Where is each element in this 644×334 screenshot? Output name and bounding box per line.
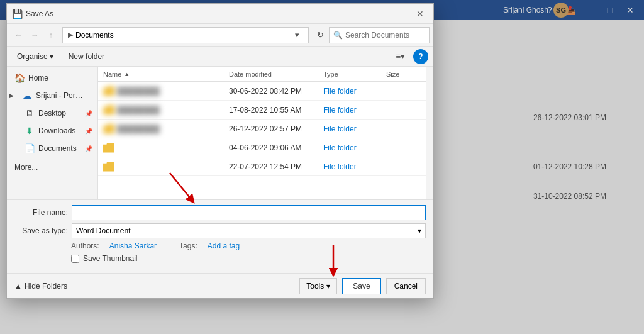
meta-row: Authors: Anisha Sarkar Tags: Add a tag [14, 242, 426, 250]
address-bar[interactable]: ▶ Documents ▾ [62, 27, 309, 43]
tools-label: Tools [306, 282, 324, 291]
nav-back-button[interactable]: ← [11, 28, 26, 43]
dialog-close-button[interactable]: ✕ [412, 6, 428, 22]
sidebar-home-label: Home [28, 74, 48, 82]
sidebar-more-button[interactable]: More... [7, 160, 97, 175]
sidebar-desktop-label: Desktop [38, 109, 66, 118]
svg-line-1 [170, 173, 192, 200]
address-dropdown-button[interactable]: ▾ [291, 28, 303, 43]
red-arrow-1 [164, 170, 201, 208]
expand-icon: ▶ [9, 92, 18, 99]
file-name-cell: ████████ [98, 105, 224, 115]
file-date-cell: 04-06-2022 09:06 AM [224, 143, 318, 152]
file-name-cell: ████████ [98, 124, 224, 134]
folder-icon [103, 86, 114, 96]
thumbnail-label[interactable]: Save Thumbnail [83, 254, 138, 263]
new-folder-label: New folder [69, 52, 104, 61]
footer-right: Tools ▾ Save Cancel [299, 278, 426, 294]
save-button[interactable]: Save [342, 278, 380, 294]
cloud-icon: ☁ [22, 91, 32, 101]
header-date: Date modified [224, 70, 318, 78]
help-button[interactable]: ? [413, 49, 428, 64]
savetype-row: Save as type: Word Document ▾ [14, 223, 426, 238]
header-size: Size [381, 70, 419, 78]
file-date-cell: 17-08-2022 10:55 AM [224, 106, 318, 114]
scrollbar[interactable] [426, 67, 433, 199]
dialog-title-icon: 💾 [12, 9, 22, 19]
savetype-select[interactable]: Word Document ▾ [72, 223, 426, 238]
file-type-cell: File folder [318, 87, 381, 96]
folder-icon [103, 143, 114, 153]
dialog-main: 🏠 Home ▶ ☁ Srijani - Persona 🖥 Desktop 📌… [7, 67, 433, 199]
table-row[interactable]: 04-06-2022 09:06 AMFile folder [98, 138, 426, 157]
file-date-cell: 26-12-2022 02:57 PM [224, 125, 318, 133]
thumbnail-row: Save Thumbnail [14, 254, 426, 263]
tags-value[interactable]: Add a tag [208, 242, 240, 250]
documents-icon: 📄 [25, 143, 35, 153]
table-row[interactable]: ████████30-06-2022 08:42 PMFile folder [98, 82, 426, 101]
file-rows-container: ████████30-06-2022 08:42 PMFile folder██… [98, 82, 426, 176]
nav-up-button[interactable]: ↑ [43, 28, 58, 43]
savetype-dropdown-icon: ▾ [418, 226, 421, 235]
dialog-toolbar: Organise ▾ New folder ≡ ▾ ? [7, 47, 433, 67]
dialog-footer: ▲ Hide Folders Tools ▾ Save Cancel [7, 273, 433, 298]
file-list-header: Name ▲ Date modified Type Size [98, 67, 426, 82]
downloads-icon: ⬇ [25, 126, 35, 136]
folder-icon [103, 162, 114, 172]
thumbnail-checkbox[interactable] [71, 255, 79, 263]
red-arrow-2 [321, 242, 346, 277]
filename-label: File name: [14, 208, 68, 217]
dialog-title-text: Save As [26, 9, 412, 18]
view-arrow: ▾ [401, 52, 405, 61]
search-icon: 🔍 [333, 31, 343, 40]
address-bar-icon: ▶ [68, 31, 73, 39]
header-name: Name ▲ [98, 70, 224, 78]
sidebar-item-home[interactable]: 🏠 Home [7, 69, 97, 87]
organise-arrow: ▾ [50, 52, 53, 61]
table-row[interactable]: 22-07-2022 12:54 PMFile folder [98, 157, 426, 176]
sidebar-item-srijani[interactable]: ▶ ☁ Srijani - Persona [7, 87, 97, 104]
hide-folders-icon: ▲ [14, 282, 22, 291]
file-type-cell: File folder [318, 106, 381, 114]
organise-button[interactable]: Organise ▾ [12, 49, 58, 64]
table-row[interactable]: ████████17-08-2022 10:55 AMFile folder [98, 101, 426, 120]
more-label: More... [14, 163, 38, 172]
dialog-navbar: ← → ↑ ▶ Documents ▾ ↻ 🔍 [7, 24, 433, 47]
view-icon: ≡ [396, 52, 401, 61]
folder-icon [103, 105, 114, 115]
authors-label: Authors: [71, 242, 99, 250]
sidebar-item-desktop[interactable]: 🖥 Desktop 📌 [7, 104, 97, 122]
sidebar-item-downloads[interactable]: ⬇ Downloads 📌 [7, 122, 97, 140]
home-icon: 🏠 [14, 73, 25, 83]
desktop-pin-icon: 📌 [85, 110, 92, 117]
desktop-icon: 🖥 [25, 108, 35, 118]
authors-value[interactable]: Anisha Sarkar [109, 242, 157, 250]
file-date-cell: 22-07-2022 12:54 PM [224, 162, 318, 171]
documents-pin-icon: 📌 [85, 145, 92, 152]
search-input[interactable] [345, 31, 440, 40]
file-name-cell [98, 143, 224, 153]
nav-forward-button[interactable]: → [27, 28, 42, 43]
hide-folders-button[interactable]: ▲ Hide Folders [14, 282, 67, 291]
folder-icon [103, 124, 114, 134]
header-type: Type [318, 70, 381, 78]
hide-folders-label: Hide Folders [25, 282, 67, 291]
table-row[interactable]: ████████26-12-2022 02:57 PMFile folder [98, 120, 426, 138]
sidebar-srijani-label: Srijani - Persona [36, 91, 86, 100]
sidebar-item-documents[interactable]: 📄 Documents 📌 [7, 140, 97, 157]
filename-input[interactable] [72, 205, 426, 220]
tools-button[interactable]: Tools ▾ [299, 278, 337, 294]
save-as-dialog: 💾 Save As ✕ ← → ↑ ▶ Documents ▾ ↻ 🔍 Orga… [6, 3, 434, 299]
file-type-cell: File folder [318, 143, 381, 152]
cancel-button[interactable]: Cancel [386, 278, 426, 294]
view-button[interactable]: ≡ ▾ [393, 49, 408, 64]
savetype-value: Word Document [76, 226, 130, 235]
refresh-button[interactable]: ↻ [313, 28, 328, 43]
dialog-filelist: Name ▲ Date modified Type Size ████████3… [98, 67, 426, 199]
dialog-form: File name: Save as type: Word Document ▾… [7, 199, 433, 273]
savetype-label: Save as type: [14, 226, 68, 235]
sort-icon: ▲ [124, 71, 130, 77]
dialog-titlebar: 💾 Save As ✕ [7, 4, 433, 24]
new-folder-button[interactable]: New folder [64, 49, 109, 64]
sidebar-documents-label: Documents [38, 144, 77, 153]
